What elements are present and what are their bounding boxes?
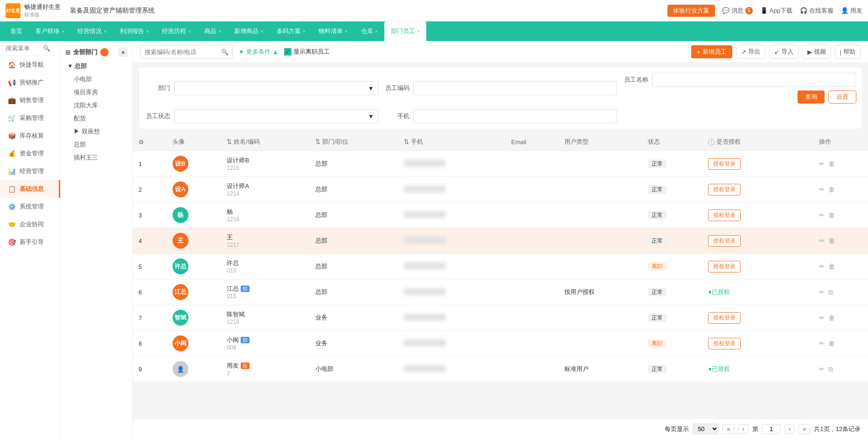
sidebar-item-sales[interactable]: 💼 销售管理 [0,91,60,109]
tab-barcode[interactable]: 条码方案× [270,21,312,41]
auth-button[interactable]: 授权登录 [708,158,741,170]
dept-item-small-elec[interactable]: 小电部 [61,73,132,86]
dept-item-double[interactable]: ▶ 双座想 [61,125,132,138]
th-phone[interactable]: ⇅ 手机 [398,133,506,151]
edit-icon[interactable]: ✏ [819,186,825,193]
dept-item-dispatch[interactable]: 配货 [61,112,132,125]
search-input[interactable] [145,49,219,56]
tab-warehouse[interactable]: 仓库× [354,21,384,41]
delete-icon[interactable]: 🗑 [828,186,835,193]
delete-icon[interactable]: 🗑 [828,340,835,347]
auth-button[interactable]: 授权登录 [708,312,741,324]
close-icon[interactable]: × [303,21,306,41]
dept-item-shenyang[interactable]: 沈阳大库 [61,99,132,112]
copy-icon[interactable]: ⧉ [828,365,833,373]
sidebar-item-basic-info[interactable]: 📋 基础信息 [0,180,60,198]
prev-page-button[interactable]: ‹ [738,424,748,434]
close-icon[interactable]: × [146,21,149,41]
edit-icon[interactable]: ✏ [819,365,825,373]
app-download-button[interactable]: 📱 App下载 [760,7,792,15]
dept-item-head2[interactable]: 总部 [61,138,132,151]
import-button[interactable]: ↙ 导入 [769,45,799,59]
tab-new-goods[interactable]: 新增商品× [228,21,270,41]
sidebar-item-collab[interactable]: 🤝 企业协同 [0,216,60,233]
delete-icon[interactable]: 🗑 [828,263,835,270]
edit-icon[interactable]: ✏ [819,263,825,270]
table-row: 5 许总 许总013 总部 离职 授权登录 ✏🗑 [133,254,868,279]
first-page-button[interactable]: « [722,424,734,434]
sidebar-item-inventory[interactable]: 📦 库存核算 [0,127,60,145]
th-name[interactable]: ⇅ 姓名/编码 [221,133,310,151]
tab-customer[interactable]: 客户联络× [29,21,71,41]
edit-icon[interactable]: ✏ [819,160,825,167]
auth-button[interactable]: 授权登录 [708,235,741,247]
reset-button[interactable]: 设置 [828,91,856,104]
user-button[interactable]: 👤 用友 [841,7,862,15]
edit-icon[interactable]: ✏ [819,288,825,296]
tab-operation[interactable]: 经营情况× [71,21,113,41]
delete-icon[interactable]: 🗑 [828,237,835,244]
delete-icon[interactable]: 🗑 [828,314,835,321]
th-dept[interactable]: ⇅ 部门/职位 [310,133,398,151]
delete-icon[interactable]: 🗑 [828,211,835,219]
collapse-button[interactable]: « [118,48,128,57]
sidebar-item-purchase[interactable]: 🛒 采购管理 [0,109,60,127]
status-filter-select[interactable]: ▼ [174,109,378,123]
view-button[interactable]: ▶ 视频 [802,45,831,59]
sidebar-item-marketing[interactable]: 📢 营销推广 [0,74,60,91]
edit-icon[interactable]: ✏ [819,237,825,244]
export-button[interactable]: ↗ 导出 [736,45,765,59]
tab-goods[interactable]: 商品× [198,21,228,41]
tab-profit[interactable]: 利润报告× [113,21,155,41]
dept-item-head[interactable]: ▼ 总部 [61,60,132,73]
sidebar-item-nav[interactable]: 🏠 快捷导航 [0,56,60,74]
auth-button[interactable]: 授权登录 [708,261,741,272]
tab-bom[interactable]: 物料清单× [312,21,354,41]
close-icon[interactable]: × [375,21,378,41]
sidebar-search-input[interactable] [6,45,43,52]
close-icon[interactable]: × [104,21,106,41]
edit-icon[interactable]: ✏ [819,211,825,219]
per-page-select[interactable]: 50 20 100 [693,424,719,434]
code-filter-input[interactable] [413,81,618,95]
close-icon[interactable]: × [417,21,420,41]
copy-icon[interactable]: ⧉ [828,288,833,296]
dept-filter-select[interactable]: ▼ [174,81,378,95]
add-employee-button[interactable]: + 新增员工 [691,45,732,58]
edit-icon[interactable]: ✏ [819,314,825,321]
help-button[interactable]: | 帮助 [835,45,861,59]
last-page-button[interactable]: » [799,424,810,434]
close-icon[interactable]: × [260,21,263,41]
close-icon[interactable]: × [218,21,221,41]
online-service-button[interactable]: 🎧 在线客服 [800,7,833,15]
tab-employees[interactable]: 部门员工× [384,21,426,41]
edit-icon[interactable]: ✏ [819,340,825,347]
th-settings[interactable]: ⚙ [133,133,167,151]
close-icon[interactable]: × [188,21,191,41]
auth-button[interactable]: 授权登录 [708,209,741,221]
row-ops: ✏🗑 [813,151,868,177]
close-icon[interactable]: × [62,21,64,41]
auth-button[interactable]: 授权登录 [708,338,741,349]
message-button[interactable]: 💬 消息 5 [722,7,753,15]
auth-button[interactable]: 授权登录 [708,184,741,195]
query-button[interactable]: 查询 [798,91,825,104]
more-conditions-button[interactable]: ▼ 更多条件 ▲ [238,48,278,56]
tab-history[interactable]: 经营历程× [155,21,197,41]
page-number-input[interactable] [762,424,781,434]
name-filter-input[interactable] [652,73,856,87]
sidebar-item-management[interactable]: 📊 经营管理 [0,162,60,180]
sidebar-item-system[interactable]: ⚙️ 系统管理 [0,198,60,216]
sidebar-item-finance[interactable]: 💰 资金管理 [0,145,60,162]
row-avatar: 江总 [167,279,222,305]
trial-button[interactable]: 体验行业方案 [667,5,715,17]
dept-item-village[interactable]: 插村王三 [61,151,132,164]
sidebar-item-guide[interactable]: 🎯 新手引导 [0,233,60,251]
close-icon[interactable]: × [345,21,347,41]
show-resigned-toggle[interactable]: ✓ 显示离职员工 [284,48,330,56]
phone-filter-input[interactable] [413,109,618,123]
delete-icon[interactable]: 🗑 [828,160,835,167]
next-page-button[interactable]: › [785,424,795,434]
dept-item-project[interactable]: 项目库房 [61,86,132,99]
tab-home[interactable]: 首页 [4,21,29,41]
